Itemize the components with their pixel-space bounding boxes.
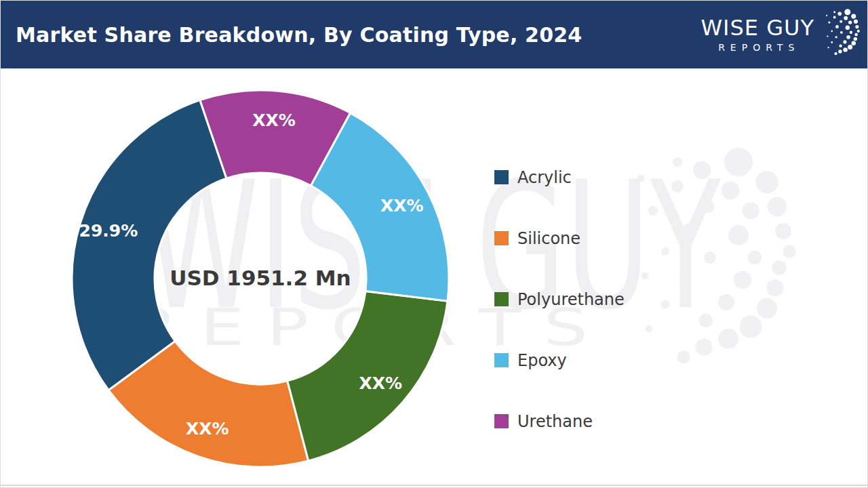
segment-label-urethane: XX% <box>252 110 296 130</box>
legend-swatch-urethane <box>494 414 509 428</box>
legend-item-silicone: Silicone <box>494 229 625 247</box>
legend-item-acrylic: Acrylic <box>494 168 625 186</box>
legend-label-silicone: Silicone <box>517 229 580 248</box>
legend-label-epoxy: Epoxy <box>517 351 567 370</box>
bottom-rule <box>1 485 867 486</box>
legend-swatch-acrylic <box>494 170 509 184</box>
segment-label-silicone: XX% <box>186 419 229 439</box>
legend-item-polyurethane: Polyurethane <box>494 290 625 308</box>
legend-item-urethane: Urethane <box>494 412 625 430</box>
segment-label-acrylic: 29.9% <box>79 221 138 241</box>
infographic-root: WISE GUY R E P O R T S Market Share Brea… <box>0 0 868 488</box>
legend-swatch-silicone <box>494 231 509 245</box>
segment-label-epoxy: XX% <box>380 196 424 216</box>
chart-legend: AcrylicSiliconePolyurethaneEpoxyUrethane <box>494 168 625 473</box>
legend-label-acrylic: Acrylic <box>517 168 572 187</box>
segment-label-polyurethane: XX% <box>359 373 402 393</box>
chart-center-value: USD 1951.2 Mn <box>170 266 351 290</box>
legend-item-epoxy: Epoxy <box>494 351 625 369</box>
doughnut-chart: 29.9%XX%XX%XX%XX% <box>1 1 868 488</box>
legend-swatch-epoxy <box>494 353 509 367</box>
legend-swatch-polyurethane <box>494 292 509 306</box>
legend-label-urethane: Urethane <box>517 412 593 431</box>
legend-label-polyurethane: Polyurethane <box>517 290 625 309</box>
donut-segment-acrylic <box>72 100 226 390</box>
